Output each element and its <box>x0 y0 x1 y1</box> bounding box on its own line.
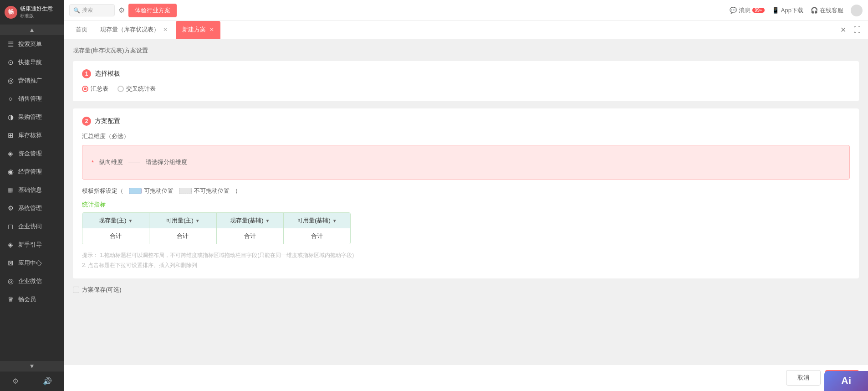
sidebar-item-label: 销售管理 <box>18 95 42 103</box>
vertical-label: 纵向维度 <box>99 158 123 166</box>
save-label: 方案保存(可选) <box>82 286 122 294</box>
draggable-box <box>129 188 142 194</box>
sidebar-item-label: 企业微信 <box>18 277 42 285</box>
chevron-down-icon-3: ▼ <box>332 218 337 223</box>
app-logo-icon: 畅 <box>5 6 17 19</box>
sidebar-item-finance[interactable]: ◈ 资金管理 <box>0 144 64 163</box>
top-search[interactable]: 🔍 搜索 <box>69 4 115 16</box>
col-body-0: 合计 <box>82 228 149 244</box>
col-header-2[interactable]: 现存量(基辅) ▼ <box>217 213 284 228</box>
app-center-icon: ⊠ <box>6 259 15 267</box>
chevron-down-icon-2: ▼ <box>266 218 270 223</box>
search-icon: 🔍 <box>73 7 80 14</box>
bottom-actions: 取消 查询 <box>64 364 868 391</box>
sidebar-item-sales[interactable]: ○ 销售管理 <box>0 90 64 108</box>
sidebar-item-newbie[interactable]: ◈ 新手引导 <box>0 236 64 254</box>
tab-new-plan-close[interactable]: ✕ <box>209 26 214 33</box>
sidebar-item-quick-nav[interactable]: ⊙ 快捷导航 <box>0 53 64 72</box>
sidebar-item-purchase[interactable]: ◑ 采购管理 <box>0 108 64 126</box>
message-badge: 99+ <box>752 8 765 13</box>
chevron-down-icon-1: ▼ <box>195 218 200 223</box>
sidebar-item-label: 畅会员 <box>18 295 36 304</box>
app-download-item[interactable]: 📱 App下载 <box>772 6 803 15</box>
radio-summary[interactable]: 汇总表 <box>82 85 108 93</box>
tabs-right-actions: ✕ ⛶ <box>838 24 863 36</box>
step2-num: 2 <box>82 117 91 126</box>
quick-nav-icon: ⊙ <box>6 58 15 67</box>
dimension-placeholder[interactable]: 请选择分组维度 <box>146 158 187 166</box>
main-area: 🔍 搜索 ⚙ 体验行业方案 💬 消息 99+ 📱 App下载 🎧 在线客服 <box>64 0 868 391</box>
sidebar-item-app-center[interactable]: ⊠ 应用中心 <box>0 254 64 272</box>
sidebar-item-label: 经营管理 <box>18 168 42 176</box>
non-draggable-indicator: 不可拖动位置 <box>179 187 230 195</box>
trial-button[interactable]: 体验行业方案 <box>128 4 177 17</box>
sidebar-item-wechat[interactable]: ◎ 企业微信 <box>0 272 64 290</box>
newbie-icon: ◈ <box>6 241 15 249</box>
ai-badge[interactable]: Ai <box>824 371 868 391</box>
stats-title: 统计指标 <box>82 201 850 209</box>
sidebar-item-inventory[interactable]: ⊞ 库存核算 <box>0 126 64 144</box>
non-draggable-box <box>179 188 192 194</box>
system-icon: ⚙ <box>6 204 15 212</box>
page-title: 现存量(库存状况表)方案设置 <box>73 46 859 55</box>
cancel-button[interactable]: 取消 <box>786 370 821 386</box>
sidebar-item-enterprise[interactable]: ◻ 企业协同 <box>0 217 64 236</box>
operations-icon: ◉ <box>6 168 15 176</box>
sidebar-item-vip[interactable]: ♛ 畅会员 <box>0 290 64 309</box>
marketing-icon: ◎ <box>6 77 15 85</box>
tips-area: 提示： 1.拖动标题栏可以调整布局，不可跨维度或指标区域拖动栏目字段(只能在同一… <box>82 251 850 270</box>
app-name: 畅康通好生意 <box>20 5 53 13</box>
enterprise-icon: ◻ <box>6 222 15 231</box>
save-checkbox[interactable] <box>73 287 79 293</box>
sidebar-item-operations[interactable]: ◉ 经营管理 <box>0 163 64 181</box>
required-mark: * <box>92 159 94 166</box>
sidebar-item-label: 资金管理 <box>18 149 42 158</box>
sidebar-item-basic-info[interactable]: ▦ 基础信息 <box>0 181 64 199</box>
radio-cross[interactable]: 交叉统计表 <box>117 85 156 93</box>
tip-1: 提示： 1.拖动标题栏可以调整布局，不可跨维度或指标区域拖动栏目字段(只能在同一… <box>82 251 850 261</box>
stats-table: 现存量(主) ▼ 可用量(主) ▼ 现存量(基辅) ▼ <box>82 212 351 244</box>
sidebar-item-system[interactable]: ⚙ 系统管理 <box>0 199 64 217</box>
tab-new-plan-label: 新建方案 <box>182 26 206 34</box>
gear-button[interactable]: ⚙ <box>118 6 125 15</box>
indicator-settings-suffix: ） <box>235 187 241 195</box>
sidebar-item-label: 系统管理 <box>18 204 42 212</box>
stats-table-body: 合计 合计 合计 合计 <box>82 228 350 244</box>
app-label: App下载 <box>781 6 803 15</box>
sidebar-nav: ☰ 搜索菜单 ⊙ 快捷导航 ◎ 营销推广 ○ 销售管理 ◑ 采购管理 ⊞ 库存核… <box>0 35 64 361</box>
service-label: 在线客服 <box>820 6 843 15</box>
tab-expand-button[interactable]: ⛶ <box>852 24 863 36</box>
tab-inventory-status[interactable]: 现存量（库存状况表） ✕ <box>94 21 174 39</box>
col-header-0[interactable]: 现存量(主) ▼ <box>82 213 149 228</box>
col-header-3[interactable]: 可用量(基辅) ▼ <box>284 213 350 228</box>
draggable-indicator: 可拖动位置 <box>129 187 174 195</box>
sidebar-item-label: 快捷导航 <box>18 58 42 67</box>
tab-new-plan[interactable]: 新建方案 ✕ <box>176 21 220 39</box>
tab-home[interactable]: 首页 <box>69 21 94 39</box>
search-text: 搜索 <box>82 6 93 14</box>
sidebar-item-marketing[interactable]: ◎ 营销推广 <box>0 72 64 90</box>
service-icon: 🎧 <box>811 7 818 14</box>
sidebar-item-search-menu[interactable]: ☰ 搜索菜单 <box>0 35 64 53</box>
purchase-icon: ◑ <box>6 113 15 121</box>
sound-icon[interactable]: 🔊 <box>39 375 56 387</box>
tabs-bar: 首页 现存量（库存状况表） ✕ 新建方案 ✕ ✕ ⛶ <box>64 21 868 39</box>
tab-inventory-close[interactable]: ✕ <box>163 26 168 33</box>
step2-block: 2 方案配置 汇总维度（必选） * 纵向维度 —— 请选择分组维度 模板指标设定… <box>73 108 859 278</box>
sidebar-scroll-down[interactable]: ▼ <box>0 361 64 371</box>
online-service-item[interactable]: 🎧 在线客服 <box>811 6 843 15</box>
stats-table-header: 现存量(主) ▼ 可用量(主) ▼ 现存量(基辅) ▼ <box>82 213 350 228</box>
inventory-icon: ⊞ <box>6 131 15 139</box>
col-header-1[interactable]: 可用量(主) ▼ <box>149 213 216 228</box>
app-badge: 标准版 <box>20 13 53 19</box>
sidebar-scroll-up[interactable]: ▲ <box>0 25 64 35</box>
message-badge-item[interactable]: 💬 消息 99+ <box>730 6 765 15</box>
tab-home-label: 首页 <box>76 26 87 34</box>
message-label: 消息 <box>739 6 751 15</box>
user-avatar[interactable] <box>851 5 863 16</box>
tab-close-all-button[interactable]: ✕ <box>838 24 848 36</box>
save-area: 方案保存(可选) <box>73 286 859 294</box>
wechat-icon: ◎ <box>6 277 15 285</box>
settings-icon[interactable]: ⚙ <box>9 375 22 387</box>
vip-icon: ♛ <box>6 295 15 304</box>
